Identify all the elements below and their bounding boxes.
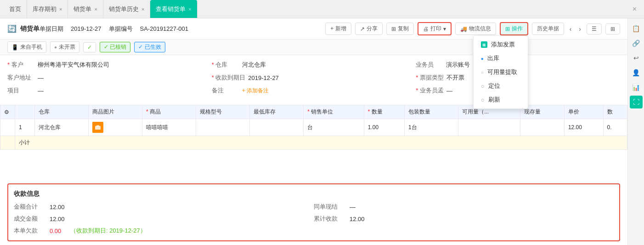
sidebar-icon-expand[interactable]: ⛶ <box>630 96 643 108</box>
new-button[interactable]: + 新增 <box>325 23 351 35</box>
sidebar-icon-5[interactable]: 📊 <box>630 81 643 94</box>
copy-label: 复制 <box>398 25 409 33</box>
tab-sales-history[interactable]: 销货单历史 × <box>103 0 150 18</box>
cell-unit: 台 <box>304 119 364 136</box>
sidebar-icon-3[interactable]: ↩ <box>630 51 643 64</box>
nav-next-icon[interactable]: › <box>577 25 583 33</box>
project-value: — <box>38 87 44 94</box>
amount-value: 12.00 <box>50 204 65 211</box>
check-icon: ✓ <box>87 44 92 51</box>
product-image <box>92 122 103 133</box>
note-field: 备注 + 添加备注 <box>212 86 416 95</box>
window-close-button[interactable]: × <box>629 5 640 13</box>
table-container: ⚙ 仓库 商品图片 商品 规格型号 最低库存 销售单位 数量 包装数量 可用量（… <box>0 105 627 180</box>
dropdown-add-invoice[interactable]: ▦ 添加发票 <box>474 38 528 51</box>
logistics-button[interactable]: 🚚 物流信息 <box>455 23 496 35</box>
check-icon-button[interactable]: ✓ <box>83 42 96 52</box>
address-value: — <box>38 74 44 81</box>
customer-label: 客户 <box>7 61 35 69</box>
sales-rep-label: 业务员孟 <box>416 86 444 95</box>
verified-label: 已核销 <box>110 44 126 50</box>
balance-note <box>65 228 67 234</box>
balance-label: 本单欠款 <box>14 227 46 235</box>
print-arrow-icon: ▾ <box>443 26 446 32</box>
form-row-1: 客户 柳州粤港平安气体有限公司 仓库 河北仓库 业务员 演示账号 <box>7 61 620 69</box>
tab-home[interactable]: 首页 <box>4 0 27 18</box>
refresh-label: 刷新 <box>488 96 500 104</box>
add-invoice-icon: ▦ <box>481 41 487 48</box>
balance-value: 0.00 <box>50 228 61 234</box>
from-mobile-button[interactable]: 📱 来自手机 <box>7 41 46 53</box>
logistics-icon: 🚚 <box>460 26 467 32</box>
tab-inventory-start[interactable]: 库存期初 × <box>27 0 68 18</box>
share-icon: ↗ <box>360 26 365 32</box>
address-label: 客户地址 <box>7 74 35 82</box>
operations-dropdown-wrapper: ⊞ 操作 ▦ 添加发票 ● 出库 ○ <box>500 22 528 35</box>
sidebar-icon-2[interactable]: 🔗 <box>630 37 643 50</box>
col-min-stock: 最低库存 <box>250 105 304 119</box>
cell-amount: 0. <box>603 119 627 136</box>
cell-product: 嘻嘻嘻嘻 <box>142 119 196 136</box>
print-button[interactable]: 🖨 打印 ▾ <box>418 22 452 35</box>
tab-history-close[interactable]: × <box>141 6 144 12</box>
sales-rep-value: — <box>446 87 452 94</box>
outbound-icon: ● <box>481 56 484 61</box>
verified-icon: ✓ <box>104 44 108 50</box>
col-qty: 数量 <box>364 105 404 119</box>
tab-sales-close[interactable]: × <box>94 6 97 12</box>
operations-button[interactable]: ⊞ 操作 <box>500 22 528 35</box>
cell-warehouse: 河北仓库 <box>34 119 88 136</box>
dropdown-outbound[interactable]: ● 出库 <box>474 51 528 65</box>
same-order-field: 同单现结 — <box>314 203 614 211</box>
not-opened-label: 未开票 <box>59 43 75 51</box>
dropdown-refresh[interactable]: ○ 刷新 <box>474 93 528 107</box>
col-amount: 数 <box>603 105 627 119</box>
dropdown-locate[interactable]: ○ 定位 <box>474 79 528 93</box>
no-label: 单据编号 <box>109 25 133 33</box>
warehouse-label: 仓库 <box>212 61 239 69</box>
col-price: 单价 <box>564 105 603 119</box>
tab-sales-order[interactable]: 销货单 × <box>68 0 103 18</box>
no-value: SA-20191227-001 <box>140 25 189 32</box>
ticket-type-label: 票据类型 <box>416 74 444 82</box>
cell-qty: 1.00 <box>364 119 404 136</box>
tab-bar: 首页 库存期初 × 销货单 × 销货单历史 × 查看销货单 × × <box>0 0 644 18</box>
address-field: 客户地址 — <box>7 74 212 82</box>
print-icon: 🖨 <box>423 26 429 32</box>
effective-tag: ✓ 已生效 <box>134 42 165 52</box>
amount-field: 金额合计 12.00 <box>14 203 314 211</box>
cumulative-value: 12.00 <box>350 216 365 222</box>
doc-icon: 🔄 <box>7 24 17 33</box>
cell-current <box>520 119 565 136</box>
col-product: 商品 <box>142 105 196 119</box>
dropdown-available-qty[interactable]: ○ 可用量提取 <box>474 65 528 79</box>
due-date-label: 收款到期日 <box>212 74 246 82</box>
cumulative-label: 累计收款 <box>314 215 346 223</box>
operations-dropdown-menu: ▦ 添加发票 ● 出库 ○ 可用量提取 ○ 定位 <box>473 35 528 109</box>
history-button[interactable]: 历史单据 <box>532 23 564 35</box>
operations-label: 操作 <box>512 25 523 33</box>
nav-prev-icon[interactable]: ‹ <box>568 25 574 33</box>
due-date-value: 2019-12-27 <box>248 74 279 81</box>
verified-tag: ✓ 已核销 <box>100 42 130 52</box>
share-button[interactable]: ↗ 分享 <box>355 23 383 35</box>
copy-button[interactable]: ⊞ 复制 <box>386 23 414 35</box>
note-add-button[interactable]: + 添加备注 <box>242 87 269 95</box>
sidebar-icon-4[interactable]: 👤 <box>630 66 643 79</box>
same-order-label: 同单现结 <box>314 203 346 211</box>
share-label: 分享 <box>367 25 378 33</box>
customer-field: 客户 柳州粤港平安气体有限公司 <box>7 61 212 69</box>
view-list-button[interactable]: ☰ <box>587 23 602 34</box>
tab-view-sales[interactable]: 查看销货单 × <box>150 0 197 18</box>
history-label: 历史单据 <box>537 25 559 33</box>
view-grid-button[interactable]: ⊞ <box>605 23 620 34</box>
tab-sales-label: 销货单 <box>73 5 91 13</box>
tab-inventory-close[interactable]: × <box>59 6 62 12</box>
not-opened-button[interactable]: 未开票 <box>50 41 79 53</box>
sub-toolbar: 📱 来自手机 未开票 ✓ ✓ 已核销 ✓ 已生效 <box>0 40 627 55</box>
col-settings[interactable]: ⚙ <box>0 105 15 119</box>
tab-view-close[interactable]: × <box>188 6 191 12</box>
tab-inventory-label: 库存期初 <box>33 5 56 13</box>
doc-title-text: 销货单 <box>20 25 40 33</box>
sidebar-icon-1[interactable]: 📋 <box>630 22 643 35</box>
